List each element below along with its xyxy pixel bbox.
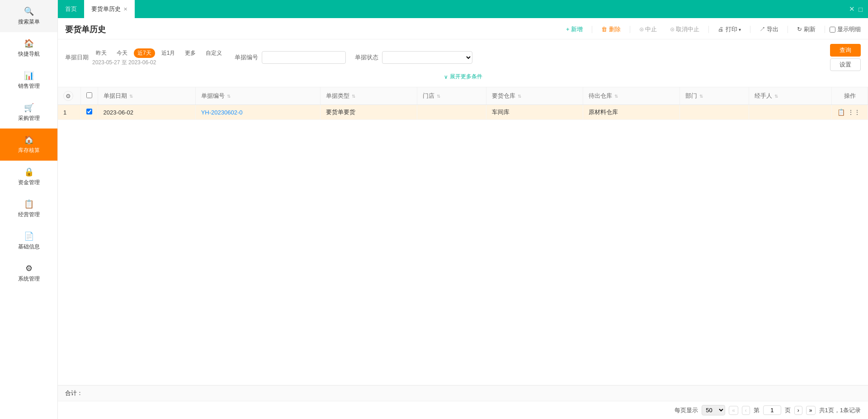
sidebar-item-label: 销售管理 bbox=[18, 82, 40, 90]
table-container: ⚙ 单据日期 ⇅ 单据编号 ⇅ bbox=[58, 87, 868, 385]
divider bbox=[750, 26, 750, 33]
sidebar-item-label: 搜索菜单 bbox=[18, 18, 40, 26]
sidebar-item-purchase[interactable]: 🛒 采购管理 bbox=[0, 96, 57, 129]
sidebar-item-search-menu[interactable]: 🔍 搜索菜单 bbox=[0, 0, 57, 32]
table-footer: 合计： bbox=[58, 385, 868, 401]
print-button[interactable]: 🖨 打印 ▾ bbox=[713, 24, 745, 35]
column-settings-icon[interactable]: ⚙ bbox=[63, 91, 73, 101]
prev-page-btn[interactable]: ‹ bbox=[742, 406, 750, 415]
col-ops: 操作 bbox=[832, 87, 868, 105]
display-detail-checkbox[interactable] bbox=[830, 27, 835, 33]
sort-icon[interactable]: ⇅ bbox=[129, 94, 133, 99]
first-page-btn[interactable]: « bbox=[729, 406, 738, 415]
status-select[interactable] bbox=[382, 51, 472, 64]
sidebar-item-label: 经营管理 bbox=[18, 211, 40, 219]
row-bill-type: 要货单要货 bbox=[320, 105, 417, 120]
divider bbox=[592, 26, 592, 33]
row-actions: 📋 ⋮⋮ bbox=[832, 105, 868, 120]
row-action-buttons: 📋 ⋮⋮ bbox=[837, 109, 862, 116]
stop-button[interactable]: ⊙ 中止 bbox=[635, 24, 662, 35]
sort-icon[interactable]: ⇅ bbox=[699, 94, 703, 99]
chevron-down-icon: ∨ bbox=[444, 74, 448, 80]
col-bill-no: 单据编号 ⇅ bbox=[195, 87, 320, 105]
nav-maximize-btn[interactable]: □ bbox=[859, 5, 863, 13]
sidebar-item-inventory[interactable]: 🏠 库存核算 bbox=[0, 129, 57, 161]
status-label: 单据状态 bbox=[355, 53, 378, 62]
sidebar-item-basic-info[interactable]: 📄 基础信息 bbox=[0, 225, 57, 257]
system-icon: ⚙ bbox=[25, 263, 33, 273]
sidebar-item-label: 采购管理 bbox=[18, 114, 40, 122]
date-option-custom[interactable]: 自定义 bbox=[202, 48, 226, 58]
next-page-btn[interactable]: › bbox=[794, 406, 802, 415]
query-button[interactable]: 查询 bbox=[830, 44, 861, 57]
bill-no-link[interactable]: YH-20230602-0 bbox=[201, 109, 243, 116]
bill-no-input[interactable] bbox=[262, 51, 346, 64]
expand-more[interactable]: ∨ 展开更多条件 bbox=[65, 71, 861, 82]
top-nav-right: ✕ □ bbox=[849, 5, 868, 13]
date-filter-label: 单据日期 bbox=[65, 53, 89, 62]
new-button[interactable]: + 新增 bbox=[561, 24, 587, 35]
sort-icon[interactable]: ⇅ bbox=[352, 94, 355, 99]
sales-icon: 📊 bbox=[24, 71, 34, 81]
last-page-btn[interactable]: » bbox=[806, 406, 816, 415]
sidebar-item-finance[interactable]: 🔒 资金管理 bbox=[0, 161, 57, 193]
date-option-1month[interactable]: 近1月 bbox=[158, 48, 179, 58]
col-date: 单据日期 ⇅ bbox=[98, 87, 195, 105]
export-button[interactable]: ↗ 导出 bbox=[755, 24, 783, 35]
page-number-input[interactable] bbox=[763, 405, 781, 415]
row-handler bbox=[749, 105, 831, 120]
date-option-today[interactable]: 今天 bbox=[113, 48, 131, 58]
page-label-suffix: 页 bbox=[785, 406, 791, 414]
tab-home[interactable]: 首页 bbox=[58, 0, 84, 18]
filter-area: 单据日期 昨天 今天 近7天 近1月 更多 自定义 2023-05-27 至 2… bbox=[58, 39, 868, 87]
table-row: 1 2023-06-02 YH-20230602-0 要货单要货 车间库 原材料… bbox=[58, 105, 868, 120]
row-store bbox=[417, 105, 486, 120]
top-nav: 首页 要货单历史 ✕ ✕ □ bbox=[58, 0, 868, 18]
sort-icon[interactable]: ⇅ bbox=[774, 94, 778, 99]
sidebar-item-operations[interactable]: 📋 经营管理 bbox=[0, 193, 57, 225]
cancel-stop-button[interactable]: ⊙ 取消中止 bbox=[665, 24, 704, 35]
quick-nav-icon: 🏠 bbox=[24, 38, 34, 48]
sort-icon[interactable]: ⇅ bbox=[518, 94, 521, 99]
date-option-more[interactable]: 更多 bbox=[181, 48, 199, 58]
col-bill-type: 单据类型 ⇅ bbox=[320, 87, 417, 105]
row-checkbox[interactable] bbox=[86, 109, 92, 114]
tab-requisition-history[interactable]: 要货单历史 ✕ bbox=[84, 0, 135, 18]
row-check bbox=[80, 105, 98, 120]
table-header-row: ⚙ 单据日期 ⇅ 单据编号 ⇅ bbox=[58, 87, 868, 105]
filter-status-group: 单据状态 bbox=[355, 51, 472, 64]
page-title: 要货单历史 bbox=[65, 24, 106, 35]
sidebar-item-quick-nav[interactable]: 🏠 快捷导航 bbox=[0, 32, 57, 64]
finance-icon: 🔒 bbox=[24, 167, 34, 177]
page-size-select[interactable]: 50 20 100 bbox=[702, 405, 725, 415]
refresh-button[interactable]: ↻ 刷新 bbox=[793, 24, 820, 35]
sidebar-item-label: 快捷导航 bbox=[18, 50, 40, 58]
col-check bbox=[80, 87, 98, 105]
sort-icon[interactable]: ⇅ bbox=[227, 94, 231, 99]
sort-icon[interactable]: ⇅ bbox=[437, 94, 440, 99]
select-all-checkbox[interactable] bbox=[86, 92, 92, 98]
search-menu-icon: 🔍 bbox=[24, 6, 34, 16]
delete-button[interactable]: 🗑 删除 bbox=[597, 24, 625, 35]
sidebar-item-sales[interactable]: 📊 销售管理 bbox=[0, 64, 57, 96]
col-store: 门店 ⇅ bbox=[417, 87, 486, 105]
display-detail-label[interactable]: 显示明细 bbox=[830, 25, 861, 33]
purchase-icon: 🛒 bbox=[24, 103, 34, 113]
toolbar: + 新增 🗑 删除 ⊙ 中止 ⊙ 取消中止 🖨 打印 ▾ ↗ 导出 ↻ 刷新 bbox=[561, 24, 861, 35]
filter-actions: 查询 设置 bbox=[830, 44, 861, 71]
settings-button[interactable]: 设置 bbox=[830, 58, 861, 71]
date-option-yesterday[interactable]: 昨天 bbox=[92, 48, 110, 58]
row-more-icon[interactable]: ⋮⋮ bbox=[848, 109, 860, 116]
nav-close-btn[interactable]: ✕ bbox=[849, 5, 855, 13]
summary-label: 合计： bbox=[65, 389, 83, 397]
date-option-7days[interactable]: 近7天 bbox=[134, 48, 155, 58]
data-table: ⚙ 单据日期 ⇅ 单据编号 ⇅ bbox=[58, 87, 868, 120]
sort-icon[interactable]: ⇅ bbox=[614, 94, 618, 99]
tab-close-icon[interactable]: ✕ bbox=[123, 6, 127, 12]
row-edit-icon[interactable]: 📋 bbox=[837, 109, 845, 116]
sidebar-item-system[interactable]: ⚙ 系统管理 bbox=[0, 257, 57, 289]
date-range-display: 2023-05-27 至 2023-06-02 bbox=[92, 59, 226, 67]
col-num: ⚙ bbox=[58, 87, 80, 105]
divider bbox=[708, 26, 709, 33]
filter-date-group: 单据日期 昨天 今天 近7天 近1月 更多 自定义 2023-05-27 至 2… bbox=[65, 48, 226, 67]
